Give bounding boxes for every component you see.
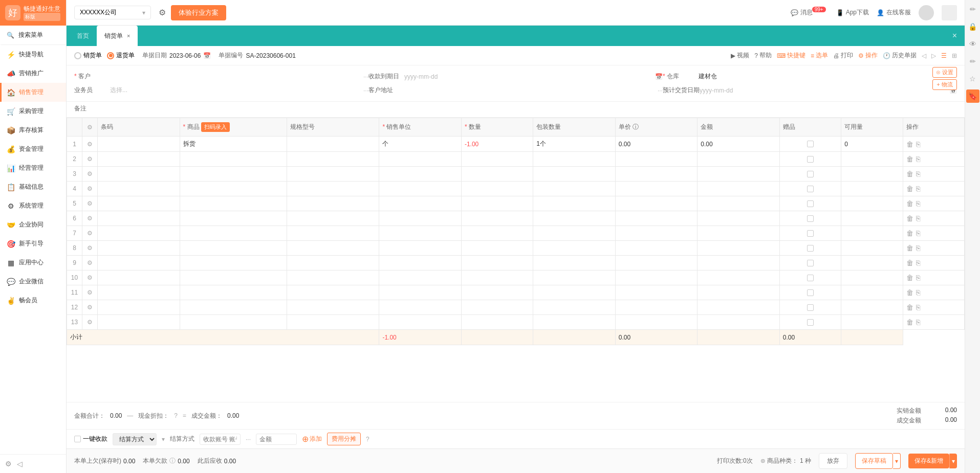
row-unit[interactable]: [379, 300, 462, 315]
copy-icon[interactable]: ⎘: [916, 155, 920, 163]
row-gift[interactable]: [779, 271, 841, 285]
row-product[interactable]: [180, 285, 287, 300]
delete-icon[interactable]: 🗑: [906, 259, 913, 267]
save-draft-dropdown-btn[interactable]: ▾: [893, 453, 901, 469]
tab-home[interactable]: 首页: [69, 26, 97, 46]
copy-icon[interactable]: ⎘: [916, 170, 920, 178]
row-spec[interactable]: [287, 182, 379, 196]
avatar-placeholder[interactable]: [942, 5, 957, 20]
fee-help-icon[interactable]: ?: [366, 436, 369, 443]
row-product[interactable]: [180, 300, 287, 315]
row-pack[interactable]: [533, 182, 616, 196]
row-spec[interactable]: [287, 137, 379, 152]
online-service-btn[interactable]: 👤 在线客服: [877, 8, 911, 17]
add-payment-button[interactable]: ⊕ 添加: [302, 434, 322, 444]
sidebar-item-marketing[interactable]: 📣 营销推广: [0, 64, 66, 83]
row-amount[interactable]: [698, 196, 780, 211]
receipt-date-value[interactable]: yyyy-mm-dd: [404, 73, 653, 80]
row-barcode[interactable]: [98, 271, 180, 285]
tab-close-all-icon[interactable]: ×: [952, 31, 962, 40]
row-unit[interactable]: [379, 256, 462, 271]
row-pack[interactable]: [533, 241, 616, 256]
row-product[interactable]: [180, 182, 287, 196]
total-due-help[interactable]: ⓘ: [169, 457, 176, 465]
row-spec[interactable]: [287, 271, 379, 285]
row-price[interactable]: [615, 196, 698, 211]
row-amount[interactable]: [698, 167, 780, 182]
row-spec[interactable]: [287, 167, 379, 182]
delete-icon[interactable]: 🗑: [906, 185, 913, 193]
row-spec[interactable]: [287, 300, 379, 315]
discount-help-icon[interactable]: ?: [174, 412, 178, 419]
nav-next-icon[interactable]: ▷: [931, 52, 936, 59]
row-barcode[interactable]: [98, 211, 180, 226]
row-product[interactable]: [180, 241, 287, 256]
row-price[interactable]: [615, 315, 698, 330]
row-product[interactable]: [180, 167, 287, 182]
scan-button[interactable]: 扫码录入: [201, 122, 230, 132]
row-spec[interactable]: [287, 241, 379, 256]
row-price[interactable]: [615, 300, 698, 315]
row-spec[interactable]: [287, 315, 379, 330]
delete-icon[interactable]: 🗑: [906, 199, 913, 208]
row-gift[interactable]: [779, 241, 841, 256]
row-pack[interactable]: [533, 271, 616, 285]
row-product[interactable]: [180, 271, 287, 285]
sidebar-item-collab[interactable]: 🤝 企业协同: [0, 215, 66, 234]
row-price[interactable]: [615, 256, 698, 271]
delete-icon[interactable]: 🗑: [906, 274, 913, 282]
delete-icon[interactable]: 🗑: [906, 288, 913, 297]
row-gift[interactable]: [779, 315, 841, 330]
row-spec[interactable]: [287, 226, 379, 241]
row-price[interactable]: [615, 182, 698, 196]
sidebar-item-finance[interactable]: 💰 资金管理: [0, 140, 66, 159]
row-pack[interactable]: [533, 285, 616, 300]
row-unit[interactable]: [379, 182, 462, 196]
sidebar-item-basic-info[interactable]: 📋 基础信息: [0, 177, 66, 196]
radio-sales[interactable]: 销货单: [74, 51, 102, 60]
customer-dots[interactable]: ···: [363, 73, 368, 80]
delete-icon[interactable]: 🗑: [906, 244, 913, 252]
row-amount[interactable]: [698, 182, 780, 196]
row-spec[interactable]: [287, 211, 379, 226]
sidebar-item-business[interactable]: 📊 经营管理: [0, 159, 66, 177]
row-gift[interactable]: [779, 167, 841, 182]
row-barcode[interactable]: [98, 241, 180, 256]
fee-split-button[interactable]: 费用分摊: [327, 433, 361, 445]
row-amount[interactable]: 0.00: [698, 137, 780, 152]
row-barcode[interactable]: [98, 167, 180, 182]
row-price[interactable]: [615, 285, 698, 300]
row-gift[interactable]: [779, 285, 841, 300]
row-qty[interactable]: [461, 285, 533, 300]
row-pack[interactable]: [533, 196, 616, 211]
row-barcode[interactable]: [98, 226, 180, 241]
row-product[interactable]: [180, 152, 287, 167]
save-draft-button[interactable]: 保存草稿: [855, 453, 893, 469]
copy-icon[interactable]: ⎘: [916, 185, 920, 193]
row-product[interactable]: [180, 211, 287, 226]
row-price[interactable]: [615, 211, 698, 226]
nav-prev-icon[interactable]: ◁: [922, 52, 926, 59]
salesperson-dots[interactable]: ···: [363, 87, 368, 94]
row-pack[interactable]: [533, 167, 616, 182]
sidebar-search[interactable]: 🔍 搜索菜单: [0, 26, 66, 45]
row-barcode[interactable]: [98, 315, 180, 330]
radio-return[interactable]: 退货单: [107, 51, 135, 60]
row-product[interactable]: [180, 226, 287, 241]
payment-dots[interactable]: ···: [246, 436, 251, 443]
copy-icon[interactable]: ⎘: [916, 199, 920, 208]
row-amount[interactable]: [698, 271, 780, 285]
copy-icon[interactable]: ⎘: [916, 259, 920, 267]
delete-icon[interactable]: 🗑: [906, 229, 913, 237]
row-gift[interactable]: [779, 256, 841, 271]
th-gear[interactable]: ⚙: [82, 118, 98, 137]
row-qty[interactable]: [461, 300, 533, 315]
row-qty[interactable]: [461, 196, 533, 211]
row-barcode[interactable]: [98, 152, 180, 167]
history-btn[interactable]: 🕐 历史单据: [883, 51, 917, 60]
promo-button[interactable]: 体验行业方案: [171, 5, 226, 20]
right-panel-icon-5[interactable]: ☆: [966, 72, 979, 85]
ops-btn[interactable]: ⚙ 操作: [858, 51, 878, 60]
discard-button[interactable]: 放弃: [819, 453, 847, 469]
row-qty[interactable]: [461, 226, 533, 241]
